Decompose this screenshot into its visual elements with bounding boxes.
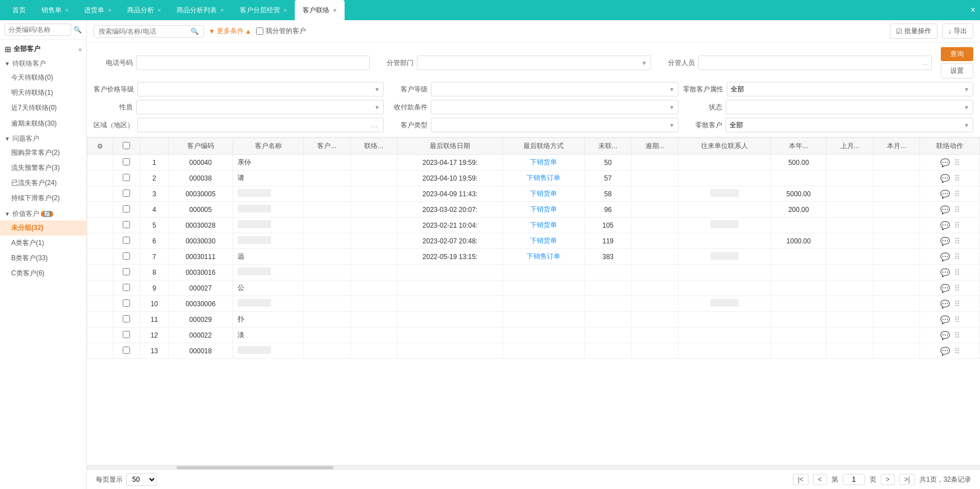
filter-price-tier-select[interactable]: ▼ bbox=[137, 82, 384, 96]
col-settings[interactable]: ⚙ bbox=[87, 138, 113, 155]
nav-home[interactable]: 首页 bbox=[4, 0, 34, 20]
col-this-month[interactable]: 本月... bbox=[873, 138, 920, 155]
cell-checkbox[interactable] bbox=[113, 233, 140, 249]
nav-customer-tier[interactable]: 客户分层经营 × bbox=[232, 0, 295, 20]
row-checkbox-7[interactable] bbox=[123, 268, 130, 275]
more-icon[interactable]: ⠿ bbox=[954, 268, 960, 277]
cell-checkbox[interactable] bbox=[113, 296, 140, 312]
sidebar-item-tomorrow-pending[interactable]: 明天待联络(1) bbox=[0, 85, 86, 100]
more-icon[interactable]: ⠿ bbox=[954, 158, 960, 167]
cell-checkbox[interactable] bbox=[113, 218, 140, 233]
cell-checkbox[interactable] bbox=[113, 186, 140, 202]
filter-customer-tier-select[interactable]: ▼ bbox=[431, 82, 679, 96]
more-icon[interactable]: ⠿ bbox=[954, 299, 960, 308]
last-contact-link[interactable]: 下销货单 bbox=[530, 190, 557, 197]
close-product-analysis-icon[interactable]: × bbox=[157, 7, 161, 13]
col-name[interactable]: 客户名称 bbox=[233, 138, 304, 155]
chat-icon[interactable]: 💬 bbox=[940, 268, 950, 277]
col-type[interactable]: 客户... bbox=[304, 138, 351, 155]
prev-page-btn[interactable]: < bbox=[813, 474, 827, 485]
close-sales-icon[interactable]: × bbox=[65, 7, 68, 13]
sidebar-item-class-c[interactable]: C类客户(6) bbox=[0, 266, 86, 281]
cell-checkbox[interactable] bbox=[113, 312, 140, 327]
col-checkbox[interactable] bbox=[113, 138, 140, 155]
nav-customer-contact[interactable]: 客户联络 × bbox=[295, 0, 344, 20]
chat-icon[interactable]: 💬 bbox=[940, 158, 950, 167]
col-code[interactable]: 客户编码 bbox=[168, 138, 233, 155]
cell-checkbox[interactable] bbox=[113, 343, 140, 359]
chat-icon[interactable]: 💬 bbox=[940, 205, 950, 214]
last-contact-link[interactable]: 下销售订单 bbox=[527, 174, 560, 182]
more-icon[interactable]: ⠿ bbox=[954, 237, 960, 246]
last-contact-link[interactable]: 下销货单 bbox=[530, 237, 557, 245]
cell-checkbox[interactable] bbox=[113, 155, 140, 170]
sidebar-item-declining[interactable]: 持续下滑客户(2) bbox=[0, 191, 86, 206]
last-page-btn[interactable]: >| bbox=[899, 474, 915, 485]
row-checkbox-11[interactable] bbox=[123, 331, 130, 338]
chat-icon[interactable]: 💬 bbox=[940, 237, 950, 246]
cell-checkbox[interactable] bbox=[113, 327, 140, 343]
chat-icon[interactable]: 💬 bbox=[940, 299, 950, 308]
col-uncontacted[interactable]: 未联... bbox=[584, 138, 631, 155]
collapse-icon[interactable]: « bbox=[78, 46, 82, 53]
nav-product-analysis[interactable]: 商品分析 × bbox=[119, 0, 169, 20]
sidebar-item-class-a[interactable]: A类客户(1) bbox=[0, 236, 86, 251]
cell-last-contact-method[interactable] bbox=[503, 265, 584, 280]
filter-status-select[interactable]: ▼ bbox=[726, 100, 973, 114]
row-checkbox-0[interactable] bbox=[123, 158, 130, 165]
toolbar-search-icon[interactable]: 🔍 bbox=[191, 27, 199, 35]
export-btn[interactable]: ↓ 导出 bbox=[942, 24, 973, 39]
row-checkbox-4[interactable] bbox=[123, 221, 130, 228]
sidebar-item-class-b[interactable]: B类客户(33) bbox=[0, 251, 86, 266]
toolbar-search-input[interactable] bbox=[99, 27, 188, 35]
chat-icon[interactable]: 💬 bbox=[940, 221, 950, 230]
sidebar-item-churn-warning[interactable]: 流失预警客户(3) bbox=[0, 160, 86, 176]
col-contact[interactable]: 联络... bbox=[350, 138, 397, 155]
cell-checkbox[interactable] bbox=[113, 202, 140, 218]
filter-nature-select[interactable]: ▼ bbox=[136, 100, 384, 114]
sidebar-search-icon[interactable]: 🔍 bbox=[73, 26, 82, 34]
close-customer-tier-icon[interactable]: × bbox=[284, 7, 287, 13]
close-all-tabs-icon[interactable]: × bbox=[970, 5, 976, 15]
more-icon[interactable]: ⠿ bbox=[954, 221, 960, 230]
region-dots-icon[interactable]: … bbox=[369, 121, 380, 129]
row-checkbox-8[interactable] bbox=[123, 284, 130, 291]
page-size-select[interactable]: 50 100 200 bbox=[126, 473, 157, 486]
cell-last-contact-method[interactable]: 下销售订单 bbox=[503, 170, 584, 186]
last-contact-link[interactable]: 下销货单 bbox=[530, 205, 557, 213]
row-checkbox-10[interactable] bbox=[123, 315, 130, 322]
row-checkbox-1[interactable] bbox=[123, 174, 130, 181]
col-this-year[interactable]: 本年... bbox=[771, 138, 826, 155]
my-customers-check[interactable] bbox=[256, 27, 263, 35]
close-purchase-icon[interactable]: × bbox=[108, 7, 111, 13]
last-contact-link[interactable]: 下销售订单 bbox=[527, 252, 560, 260]
nav-sales[interactable]: 销售单 × bbox=[34, 0, 76, 20]
cell-checkbox[interactable] bbox=[113, 265, 140, 280]
col-contact-person[interactable]: 往来单位联系人 bbox=[678, 138, 770, 155]
my-customers-checkbox[interactable]: 我分管的客户 bbox=[256, 26, 306, 36]
more-icon[interactable]: ⠿ bbox=[954, 174, 960, 183]
query-btn[interactable]: 查询 bbox=[941, 47, 973, 61]
filter-retail-attr-select[interactable]: 全部 ▼ bbox=[727, 82, 973, 96]
cell-last-contact-method[interactable] bbox=[503, 327, 584, 343]
first-page-btn[interactable]: |< bbox=[793, 474, 809, 485]
col-last-contact-date[interactable]: 最后联络日期 bbox=[397, 138, 503, 155]
last-contact-link[interactable]: 下销货单 bbox=[530, 221, 557, 229]
col-overdue[interactable]: 逾期... bbox=[631, 138, 679, 155]
row-checkbox-12[interactable] bbox=[123, 347, 130, 354]
cell-last-contact-method[interactable]: 下销货单 bbox=[503, 186, 584, 202]
sidebar-all-customers[interactable]: ⊞ 全部客户 « bbox=[0, 40, 86, 56]
sidebar-search-input[interactable] bbox=[4, 24, 71, 36]
cell-last-contact-method[interactable]: 下销货单 bbox=[503, 218, 584, 233]
cell-last-contact-method[interactable]: 下销货单 bbox=[503, 202, 584, 218]
more-icon[interactable]: ⠿ bbox=[954, 347, 960, 356]
filter-customer-type-select[interactable]: ▼ bbox=[431, 118, 679, 132]
filter-payment-select[interactable]: ▼ bbox=[431, 100, 679, 114]
last-contact-link[interactable]: 下销货单 bbox=[530, 158, 557, 166]
filter-phone-input[interactable] bbox=[136, 56, 370, 70]
reset-btn[interactable]: 设置 bbox=[941, 63, 973, 79]
cell-last-contact-method[interactable] bbox=[503, 343, 584, 359]
filter-manager-select[interactable]: … bbox=[698, 56, 932, 70]
more-icon[interactable]: ⠿ bbox=[954, 315, 960, 324]
cell-checkbox[interactable] bbox=[113, 280, 140, 296]
